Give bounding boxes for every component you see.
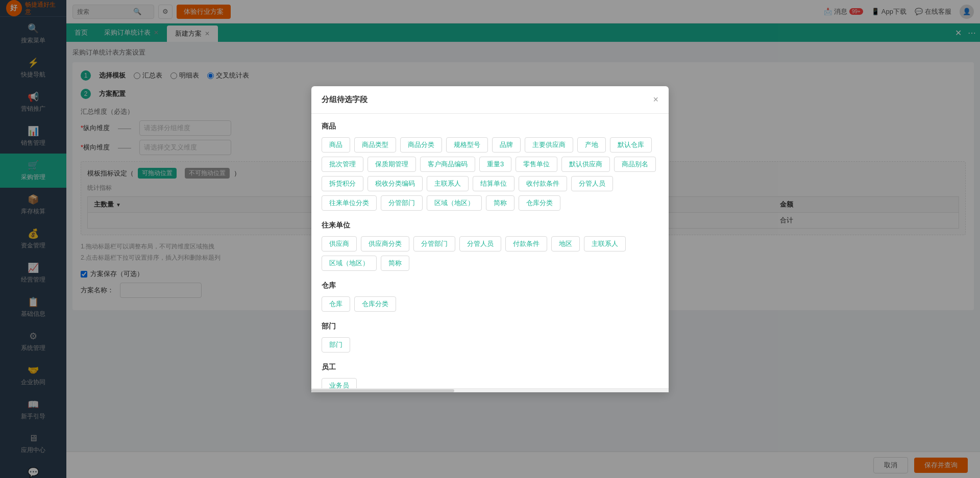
field-tag-0-10[interactable]: 客户商品编码 — [420, 157, 475, 172]
field-tag-1-2[interactable]: 分管部门 — [413, 236, 455, 251]
modal-overlay: 分组待选字段 × 商品商品商品类型商品分类规格型号品牌主要供应商产地默认仓库批次… — [0, 0, 980, 478]
modal-title: 分组待选字段 — [322, 95, 368, 105]
field-tag-0-6[interactable]: 产地 — [577, 137, 606, 153]
modal-close-icon[interactable]: × — [653, 94, 658, 105]
field-section-title-3: 部门 — [322, 322, 658, 331]
field-tags-2: 仓库仓库分类 — [322, 296, 658, 312]
field-tag-0-0[interactable]: 商品 — [322, 137, 350, 153]
field-tag-4-0[interactable]: 业务员 — [322, 378, 357, 388]
field-tags-4: 业务员 — [322, 378, 658, 388]
field-tag-0-13[interactable]: 默认供应商 — [561, 157, 610, 172]
field-section-title-2: 仓库 — [322, 281, 658, 290]
field-tag-0-5[interactable]: 主要供应商 — [525, 137, 573, 153]
field-tag-0-14[interactable]: 商品别名 — [614, 157, 656, 172]
field-tag-0-19[interactable]: 收付款条件 — [519, 176, 567, 191]
field-tags-0: 商品商品类型商品分类规格型号品牌主要供应商产地默认仓库批次管理保质期管理客户商品… — [322, 137, 658, 211]
field-tag-0-18[interactable]: 结算单位 — [473, 176, 514, 191]
field-section-2: 仓库仓库仓库分类 — [322, 281, 658, 312]
field-section-title-1: 往来单位 — [322, 221, 658, 230]
modal-scrollbar-x — [311, 388, 669, 392]
field-tag-0-22[interactable]: 分管部门 — [381, 195, 423, 211]
modal-body: 商品商品商品类型商品分类规格型号品牌主要供应商产地默认仓库批次管理保质期管理客户… — [311, 114, 669, 388]
field-section-title-0: 商品 — [322, 122, 658, 131]
field-tag-1-3[interactable]: 分管人员 — [459, 236, 501, 251]
field-tag-1-4[interactable]: 付款条件 — [505, 236, 547, 251]
field-tag-0-23[interactable]: 区域（地区） — [427, 195, 482, 211]
field-tag-0-3[interactable]: 规格型号 — [446, 137, 488, 153]
field-section-0: 商品商品商品类型商品分类规格型号品牌主要供应商产地默认仓库批次管理保质期管理客户… — [322, 122, 658, 211]
field-tag-1-7[interactable]: 区域（地区） — [322, 256, 377, 271]
field-section-title-4: 员工 — [322, 363, 658, 372]
field-tag-0-25[interactable]: 仓库分类 — [519, 195, 560, 211]
field-tag-0-12[interactable]: 零售单位 — [516, 157, 557, 172]
field-tag-0-16[interactable]: 税收分类编码 — [368, 176, 423, 191]
field-tag-0-17[interactable]: 主联系人 — [427, 176, 469, 191]
field-tag-1-5[interactable]: 地区 — [551, 236, 580, 251]
field-tags-3: 部门 — [322, 337, 658, 353]
field-tag-0-11[interactable]: 重量3 — [479, 157, 511, 172]
field-tag-3-0[interactable]: 部门 — [322, 337, 350, 353]
field-section-4: 员工业务员 — [322, 363, 658, 388]
field-tag-2-1[interactable]: 仓库分类 — [354, 296, 396, 312]
field-tag-0-24[interactable]: 简称 — [486, 195, 514, 211]
field-tag-0-9[interactable]: 保质期管理 — [368, 157, 416, 172]
modal: 分组待选字段 × 商品商品商品类型商品分类规格型号品牌主要供应商产地默认仓库批次… — [311, 86, 669, 392]
field-tag-1-8[interactable]: 简称 — [381, 256, 409, 271]
modal-header: 分组待选字段 × — [311, 86, 669, 114]
field-tag-1-1[interactable]: 供应商分类 — [361, 236, 409, 251]
field-tag-1-6[interactable]: 主联系人 — [584, 236, 626, 251]
field-tag-0-2[interactable]: 商品分类 — [400, 137, 442, 153]
field-tag-0-1[interactable]: 商品类型 — [354, 137, 396, 153]
field-tag-0-15[interactable]: 拆货积分 — [322, 176, 363, 191]
field-tag-0-21[interactable]: 往来单位分类 — [322, 195, 377, 211]
field-section-1: 往来单位供应商供应商分类分管部门分管人员付款条件地区主联系人区域（地区）简称 — [322, 221, 658, 271]
field-tag-0-8[interactable]: 批次管理 — [322, 157, 363, 172]
field-tag-1-0[interactable]: 供应商 — [322, 236, 357, 251]
field-tag-0-20[interactable]: 分管人员 — [571, 176, 613, 191]
field-tag-2-0[interactable]: 仓库 — [322, 296, 350, 312]
field-tags-1: 供应商供应商分类分管部门分管人员付款条件地区主联系人区域（地区）简称 — [322, 236, 658, 271]
field-tag-0-4[interactable]: 品牌 — [492, 137, 521, 153]
field-tag-0-7[interactable]: 默认仓库 — [610, 137, 652, 153]
field-section-3: 部门部门 — [322, 322, 658, 353]
modal-scrollbar-x-thumb — [311, 389, 454, 392]
